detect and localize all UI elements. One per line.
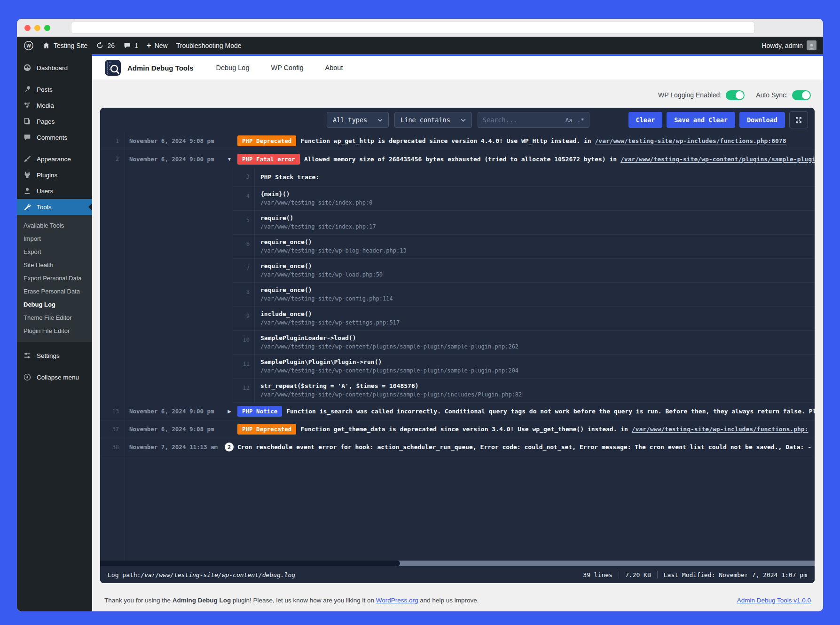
sidebar-item-users[interactable]: Users [17,183,92,199]
submenu-item-theme-file-editor[interactable]: Theme File Editor [17,311,92,324]
fullscreen-expand-icon [795,116,802,124]
submenu-item-import[interactable]: Import [17,232,92,245]
sidebar-item-collapse-menu[interactable]: Collapse menu [17,369,92,385]
sidebar-item-label: Dashboard [37,64,68,71]
comments-menu[interactable]: 1 [123,41,138,49]
tab-debug-log[interactable]: Debug Log [216,64,250,71]
browser-url-bar[interactable] [71,22,755,34]
file-path-link[interactable]: /var/www/testing-site/wp-includes/functi… [632,426,809,433]
stack-trace-block: 3 PHP Stack trace: 4 {main}()/var/www/te… [233,168,815,403]
howdy-label[interactable]: Howdy, admin [761,42,803,49]
log-settings-toggles: WP Logging Enabled: Auto Sync: [92,79,823,101]
pages-icon [23,117,32,126]
search-input[interactable] [483,116,561,124]
submenu-item-debug-log[interactable]: Debug Log [17,298,92,311]
case-sensitive-toggle[interactable]: Aa [565,117,573,124]
stack-line-number: 7 [233,259,255,282]
entry-timestamp: November 7, 2024 11:13 am [125,443,221,451]
sidebar-item-posts[interactable]: Posts [17,81,92,97]
site-name-menu[interactable]: Testing Site [42,41,87,49]
horizontal-scrollbar[interactable] [100,561,815,566]
submenu-label: Available Tools [24,222,64,229]
log-entry[interactable]: 37 November 6, 2024 9:08 pm PHP Deprecat… [100,420,815,438]
footer-text: plugin! Please, let us know how are you … [231,597,376,604]
severity-badge: PHP Notice [237,406,282,417]
submenu-item-erase-personal-data[interactable]: Erase Personal Data [17,285,92,298]
zoom-button[interactable] [44,25,50,31]
regex-toggle[interactable]: .* [577,117,584,124]
dashboard-icon [23,63,32,72]
sidebar-item-comments[interactable]: Comments [17,129,92,145]
log-entry[interactable]: 13 November 6, 2024 9:00 pm ▶ PHP Notice… [100,403,815,420]
sidebar-item-tools[interactable]: Tools [17,199,92,215]
log-entry[interactable]: 2 November 6, 2024 9:00 pm ▼ PHP Fatal e… [100,150,815,168]
stack-file-path: /var/www/testing-site/wp-config.php:114 [260,295,393,302]
wp-logo-menu[interactable]: W [24,40,34,51]
sidebar-item-appearance[interactable]: Appearance [17,151,92,167]
expand-arrow-icon[interactable]: ▶ [221,409,237,414]
scrollbar-thumb[interactable] [100,561,400,566]
file-path-link[interactable]: /var/www/testing-site/wp-includes/functi… [595,137,786,144]
stack-trace-header: 3 PHP Stack trace: [233,168,815,187]
auto-sync-toggle[interactable] [792,90,811,100]
download-button[interactable]: Download [739,112,785,128]
save-and-clear-button[interactable]: Save and Clear [667,112,735,128]
line-filter-dropdown[interactable]: Line contains [394,112,472,128]
sidebar-item-pages[interactable]: Pages [17,113,92,129]
wp-admin-bar: W Testing Site 26 1 + New Troubleshootin… [17,37,823,54]
clear-button[interactable]: Clear [628,112,663,128]
home-icon [42,41,50,49]
sidebar-item-dashboard[interactable]: Dashboard [17,60,92,76]
tab-wp-config[interactable]: WP Config [271,64,304,71]
stack-line-number: 9 [233,307,255,330]
stack-file-path: /var/www/testing-site/wp-content/plugins… [260,343,518,350]
svg-text:W: W [26,43,31,48]
comment-bubble-icon [123,41,131,49]
sidebar-item-plugins[interactable]: Plugins [17,167,92,183]
plugin-version-link[interactable]: Admin Debug Tools v1.0.0 [737,597,811,604]
line-count: 39 lines [583,571,612,578]
plugin-header: }.}.}. Admin Debug Tools Debug Log WP Co… [92,54,823,79]
occurrence-count-badge: 2 [225,443,234,451]
submenu-item-export-personal-data[interactable]: Export Personal Data [17,271,92,285]
collapse-arrow-icon[interactable]: ▼ [221,157,237,162]
type-filter-dropdown[interactable]: All types [327,112,389,128]
log-entry[interactable]: 38 November 7, 2024 11:13 am 2 Cron resc… [100,438,815,456]
new-content-menu[interactable]: + New [147,41,168,50]
entry-timestamp: November 6, 2024 9:08 pm [125,137,221,144]
wordpress-org-link[interactable]: WordPress.org [376,597,418,604]
stack-function: require() [260,214,376,222]
file-path-link[interactable]: /var/www/testing-site/wp-content/plugins… [620,156,815,163]
log-entry[interactable]: 1 November 6, 2024 9:08 pm PHP Deprecate… [100,132,815,150]
troubleshooting-mode-menu[interactable]: Troubleshooting Mode [176,42,242,49]
stack-file-path: /var/www/testing-site/wp-load.php:50 [260,271,383,278]
close-button[interactable] [24,25,31,31]
entry-message: Allowed memory size of 268435456 bytes e… [304,156,815,163]
submenu-item-export[interactable]: Export [17,245,92,258]
log-entries-list: 1 November 6, 2024 9:08 pm PHP Deprecate… [100,132,815,561]
stack-frame: 6 require_once()/var/www/testing-site/wp… [233,235,815,259]
log-status-bar: Log path: /var/www/testing-site/wp-conte… [100,566,815,583]
fullscreen-button[interactable] [789,111,808,128]
sidebar-item-label: Appearance [37,156,71,163]
sidebar-item-settings[interactable]: Settings [17,348,92,364]
debug-log-panel: All types Line contains Aa .* [100,108,815,583]
sidebar-item-media[interactable]: Media [17,97,92,113]
updates-menu[interactable]: 26 [96,41,115,49]
line-filter-value: Line contains [400,116,450,124]
wp-logging-label: WP Logging Enabled: [658,91,722,99]
footer-message: Thank you for using the Adming Debug Log… [104,597,479,604]
submenu-item-plugin-file-editor[interactable]: Plugin File Editor [17,324,92,337]
avatar[interactable] [807,40,816,50]
entry-message: Function get_theme_data is deprecated si… [300,426,815,433]
tab-about[interactable]: About [325,64,343,71]
log-path-label: Log path: [108,571,141,578]
tools-submenu: Available Tools Import Export Site Healt… [17,215,92,342]
submenu-label: Export Personal Data [24,275,82,282]
line-number: 13 [100,408,125,415]
wp-logging-toggle[interactable] [726,90,745,100]
submenu-item-available-tools[interactable]: Available Tools [17,219,92,232]
submenu-item-site-health[interactable]: Site Health [17,258,92,271]
minimize-button[interactable] [34,25,40,31]
stack-line-number: 5 [233,211,255,234]
